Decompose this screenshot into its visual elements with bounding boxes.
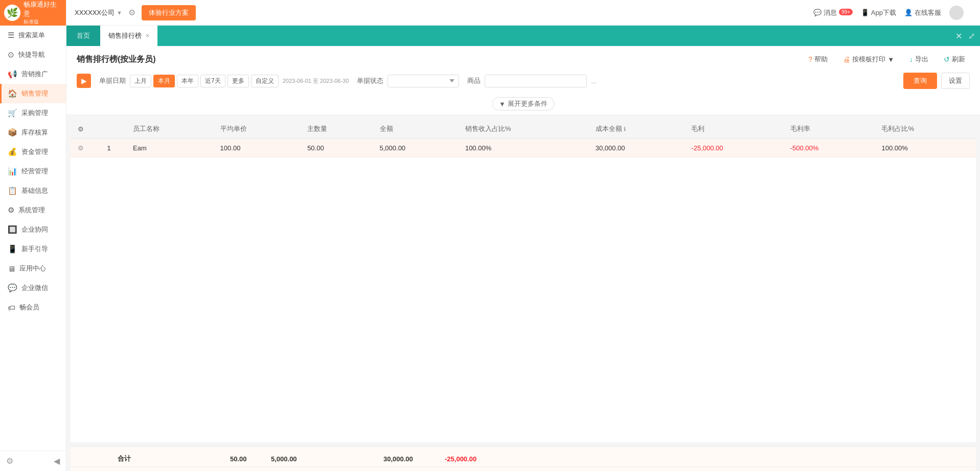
message-label: 消息 — [824, 8, 837, 17]
query-btn[interactable]: 查询 — [903, 73, 937, 89]
footer-total: 5,000.00 — [265, 451, 316, 467]
template-print-btn[interactable]: 🖨 按模板打印 ▼ — [838, 52, 899, 66]
app-download-btn[interactable]: 📱 App下载 — [861, 8, 896, 17]
tabbar-close-icon[interactable]: ✕ — [955, 31, 962, 41]
topbar-settings-icon[interactable]: ⚙ — [128, 8, 135, 17]
support-icon: 👤 — [904, 9, 913, 16]
table-header-row: ⚙ 员工名称 平均单价 主数量 全额 销售收入占比% 成本全额 ℹ 毛利 毛利率… — [71, 119, 976, 139]
trial-btn[interactable]: 体验行业方案 — [142, 5, 196, 20]
basic-info-label: 基础信息 — [21, 186, 48, 195]
date-btn-prev-month[interactable]: 上月 — [130, 75, 151, 87]
expand-more-icon: ▼ — [499, 100, 506, 108]
sales-label: 销售管理 — [21, 89, 48, 98]
date-range-display: 2023-06-01 至 2023-06-30 — [283, 77, 349, 85]
footer-row: 合计 50.00 5,000.00 30,000.00 -25,000.00 — [71, 451, 976, 467]
row-gross: -25,000.00 — [685, 139, 784, 158]
sidebar-item-finance[interactable]: 💰资金管理 — [0, 142, 66, 162]
page-header: 销售排行榜(按业务员) ? 帮助 🖨 按模板打印 ▼ ↓ 导出 — [66, 46, 980, 115]
sidebar-item-operations[interactable]: 📊经营管理 — [0, 162, 66, 181]
table-row: ⚙ 1 Eam 100.00 50.00 5,000.00 100.00% 30… — [71, 139, 976, 158]
app-center-label: 应用中心 — [19, 264, 46, 273]
filter-goods-group: 商品 ... — [467, 75, 597, 87]
search-order-icon: ☰ — [8, 31, 14, 40]
finance-icon: 💰 — [8, 147, 17, 156]
page-title: 销售排行榜(按业务员) — [77, 54, 156, 65]
basic-info-icon: 📋 — [8, 186, 17, 195]
sidebar-item-vip[interactable]: 🏷畅会员 — [0, 298, 66, 317]
message-btn[interactable]: 💬 消息 99+ — [813, 8, 853, 17]
col-gross-rate: 毛利率 — [784, 119, 876, 139]
tab-sales-ranking-label: 销售排行榜 — [108, 31, 142, 40]
sidebar-item-marketing[interactable]: 📢营销推广 — [0, 64, 66, 84]
sidebar-item-quick-nav[interactable]: ⊙快捷导航 — [0, 45, 66, 64]
company-arrow-icon: ▼ — [117, 10, 122, 16]
sidebar-item-basic-info[interactable]: 📋基础信息 — [0, 181, 66, 200]
tab-close-icon[interactable]: × — [146, 32, 149, 39]
filter-date-btns: 上月 本月 本年 近7天 更多 自定义 — [130, 75, 279, 87]
system-label: 系统管理 — [18, 206, 45, 215]
company-selector[interactable]: XXXXXX公司 ▼ — [75, 8, 122, 17]
col-total: 全额 — [374, 119, 459, 139]
date-filter-label: 单据日期 — [99, 76, 126, 85]
filter-settings-btn[interactable]: 设置 — [941, 73, 970, 89]
export-icon: ↓ — [909, 55, 913, 63]
marketing-label: 营销推广 — [21, 70, 48, 79]
help-btn[interactable]: ? 帮助 — [804, 52, 832, 66]
quick-nav-icon: ⊙ — [8, 50, 14, 59]
system-icon: ⚙ — [8, 206, 14, 215]
filter-expand-btn[interactable]: ▶ — [77, 74, 91, 88]
tabbar-expand-icon[interactable]: ⤢ — [968, 31, 975, 41]
sidebar-item-purchase[interactable]: 🛒采购管理 — [0, 103, 66, 123]
goods-filter-label: 商品 — [467, 76, 481, 85]
logo-text: 畅康通好生意 标准版 — [24, 0, 62, 26]
goods-filter-more[interactable]: ... — [591, 77, 597, 85]
purchase-icon: 🛒 — [8, 108, 17, 118]
user-avatar[interactable] — [949, 6, 964, 20]
sidebar: 🌿 畅康通好生意 标准版 ☰搜索菜单⊙快捷导航📢营销推广🏠销售管理🛒采购管理📦库… — [0, 0, 66, 471]
refresh-icon: ↺ — [944, 55, 950, 63]
row-name: Eam — [127, 139, 214, 158]
sidebar-item-inventory[interactable]: 📦库存核算 — [0, 123, 66, 142]
row-settings-icon: ⚙ — [71, 139, 91, 158]
tabbar-right: ✕ ⤢ — [955, 26, 980, 46]
export-btn[interactable]: ↓ 导出 — [905, 52, 933, 66]
goods-filter-input[interactable] — [485, 75, 587, 87]
sidebar-item-app-center[interactable]: 🖥应用中心 — [0, 259, 66, 278]
expand-more-btn[interactable]: ▼ 展开更多条件 — [492, 97, 554, 110]
sidebar-item-system[interactable]: ⚙系统管理 — [0, 200, 66, 220]
row-cost: 30,000.00 — [589, 139, 686, 158]
sidebar-item-guide[interactable]: 📱新手引导 — [0, 239, 66, 259]
sidebar-logo: 🌿 畅康通好生意 标准版 — [0, 0, 66, 26]
date-btn-current-month[interactable]: 本月 — [153, 75, 175, 87]
sidebar-settings-icon[interactable]: ⚙ — [6, 456, 13, 466]
tab-home[interactable]: 首页 — [66, 26, 100, 46]
date-btn-7days[interactable]: 近7天 — [200, 75, 225, 87]
table-footer: 合计 50.00 5,000.00 30,000.00 -25,000.00 — [71, 446, 976, 471]
date-btn-current-year[interactable]: 本年 — [177, 75, 198, 87]
status-filter-select[interactable] — [388, 75, 459, 87]
row-avg-price: 100.00 — [214, 139, 302, 158]
refresh-btn[interactable]: ↺ 刷新 — [939, 52, 970, 66]
sidebar-item-search-order[interactable]: ☰搜索菜单 — [0, 26, 66, 45]
sidebar-item-sales[interactable]: 🏠销售管理 — [0, 84, 66, 103]
row-gross-pct: 100.00% — [875, 139, 976, 158]
quick-nav-label: 快捷导航 — [18, 50, 45, 59]
online-support-btn[interactable]: 👤 在线客服 — [904, 8, 941, 17]
sidebar-collapse-icon[interactable]: ◀ — [54, 456, 60, 466]
date-btn-more[interactable]: 更多 — [227, 75, 249, 87]
table-area: ⚙ 员工名称 平均单价 主数量 全额 销售收入占比% 成本全额 ℹ 毛利 毛利率… — [71, 119, 976, 442]
template-print-label: 按模板打印 — [852, 55, 885, 64]
col-settings[interactable]: ⚙ — [71, 119, 91, 139]
date-btn-custom[interactable]: 自定义 — [251, 75, 279, 87]
message-icon: 💬 — [813, 9, 822, 16]
col-name: 员工名称 — [127, 119, 214, 139]
sidebar-item-enterprise-collab[interactable]: 🔲企业协同 — [0, 220, 66, 239]
inventory-icon: 📦 — [8, 128, 17, 137]
sidebar-item-enterprise-wechat[interactable]: 💬企业微信 — [0, 278, 66, 298]
refresh-label: 刷新 — [952, 55, 965, 64]
sales-icon: 🏠 — [8, 89, 17, 98]
logo-name: 畅康通好生意 — [24, 0, 62, 18]
tab-sales-ranking[interactable]: 销售排行榜 × — [100, 26, 157, 46]
guide-icon: 📱 — [8, 244, 17, 254]
status-filter-label: 单据状态 — [357, 76, 383, 85]
